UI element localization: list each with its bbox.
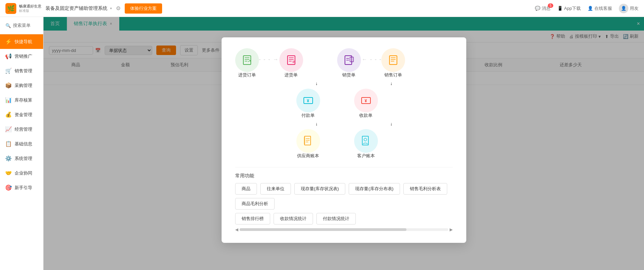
content-area: 首页 销售订单执行表 × × ❓ 帮助 🖨 按模板打印 bbox=[43, 17, 644, 270]
btn-inventory-status[interactable]: 现存量(库存状况表) bbox=[294, 183, 346, 195]
purchase-order-icon bbox=[241, 54, 253, 66]
purchase-slip-icon: ✓ bbox=[285, 54, 297, 66]
btn-inventory-distribution[interactable]: 现存量(库存分布表) bbox=[349, 183, 400, 195]
purchase-order-label: 进货订单 bbox=[238, 72, 256, 78]
top-bar-right: 💬 消息 5 📱 App下载 👤 在线客服 👤 用友 bbox=[535, 4, 639, 13]
sidebar-item-operations[interactable]: 📈 经营管理 bbox=[0, 122, 43, 137]
svg-rect-0 bbox=[243, 56, 251, 65]
modal-box: 进货订单 - - - → bbox=[222, 37, 466, 243]
sales-order-circle[interactable] bbox=[381, 48, 405, 72]
flow-col-purchase-slip: ✓ 进货单 bbox=[279, 48, 303, 78]
user-menu[interactable]: 👤 用友 bbox=[619, 4, 639, 13]
gear-icon[interactable]: ⚙ bbox=[116, 5, 121, 12]
purchase-icon: 📦 bbox=[5, 82, 12, 89]
svg-rect-14 bbox=[389, 56, 397, 65]
svg-rect-23 bbox=[304, 137, 305, 144]
payment-label: 付款单 bbox=[301, 112, 315, 119]
btn-partner[interactable]: 往来单位 bbox=[260, 183, 291, 195]
scroll-left-btn[interactable]: ◀ bbox=[235, 227, 238, 232]
newbie-icon: 🎯 bbox=[5, 184, 12, 191]
sidebar-item-collaboration[interactable]: 🤝 企业协同 bbox=[0, 166, 43, 180]
sidebar-item-purchase[interactable]: 📦 采购管理 bbox=[0, 78, 43, 93]
logo-area: 🌿 畅康通好生意 标准版 bbox=[5, 3, 43, 14]
svg-rect-22 bbox=[304, 136, 311, 145]
experience-btn[interactable]: 体验行业方案 bbox=[125, 3, 162, 14]
flow-row-3: 供应商账本 bbox=[235, 129, 453, 159]
customer-ledger-icon bbox=[360, 135, 372, 147]
sidebar-item-system[interactable]: ⚙️ 系统管理 bbox=[0, 151, 43, 166]
message-btn[interactable]: 💬 消息 5 bbox=[535, 5, 551, 12]
modal-scrollbar: ◀ ▶ bbox=[235, 224, 453, 232]
scroll-right-btn[interactable]: ▶ bbox=[450, 227, 453, 232]
flow-row-2: ¥ 付款单 ¥ bbox=[235, 89, 453, 119]
btn-disbursement-stats[interactable]: 付款情况统计 bbox=[316, 213, 356, 224]
supplier-ledger-circle[interactable] bbox=[296, 129, 320, 153]
receipt-circle[interactable]: ¥ bbox=[354, 89, 378, 112]
svg-point-28 bbox=[364, 138, 367, 141]
sidebar-item-marketing[interactable]: 📢 营销推广 bbox=[0, 49, 43, 64]
finance-icon: 💰 bbox=[5, 111, 12, 118]
flow-section: 进货订单 - - - → bbox=[235, 48, 453, 159]
service-icon: 👤 bbox=[588, 6, 593, 11]
common-functions-title: 常用功能 bbox=[235, 173, 453, 179]
flow-col-payment: ¥ 付款单 bbox=[296, 89, 320, 119]
flow-col-sales-order: 销售订单 bbox=[381, 48, 405, 78]
arrow-down-4: ↓ bbox=[371, 121, 412, 126]
sidebar-item-basic-info[interactable]: 📋 基础信息 bbox=[0, 137, 43, 151]
btn-product-profit-analysis[interactable]: 商品毛利分析 bbox=[235, 198, 275, 210]
arrow-2: - - - → bbox=[361, 56, 381, 62]
modal-overlay: 进货订单 - - - → bbox=[43, 17, 644, 270]
collab-icon: 🤝 bbox=[5, 170, 12, 176]
flow-col-customer-ledger: 客户账本 bbox=[354, 129, 378, 159]
sales-slip-icon bbox=[343, 54, 355, 66]
btn-sales-profit-analysis[interactable]: 销售毛利分析表 bbox=[403, 183, 447, 195]
sidebar-item-quick-nav[interactable]: ⚡ 快捷导航 bbox=[0, 34, 43, 49]
search-icon: 🔍 bbox=[5, 23, 11, 28]
search-menu-btn[interactable]: 🔍 搜索菜单 bbox=[3, 20, 40, 31]
common-functions-section: 常用功能 商品 往来单位 现存量(库存状况表) 现存量(库存分布表) 销售毛利分… bbox=[235, 167, 453, 224]
btn-payment-stats[interactable]: 收款情况统计 bbox=[274, 213, 313, 224]
payment-icon: ¥ bbox=[302, 95, 314, 106]
receipt-label: 收款单 bbox=[359, 112, 372, 119]
receipt-icon: ¥ bbox=[360, 95, 372, 106]
operations-icon: 📈 bbox=[5, 126, 12, 132]
arrow-1: - - - → bbox=[259, 56, 279, 62]
sales-order-icon bbox=[387, 54, 399, 66]
svg-text:¥: ¥ bbox=[365, 98, 367, 103]
supplier-ledger-label: 供应商账本 bbox=[297, 153, 319, 159]
purchase-slip-circle[interactable]: ✓ bbox=[279, 48, 303, 72]
sidebar-item-sales[interactable]: 🛒 销售管理 bbox=[0, 64, 43, 78]
flow-arrow-row-2: ↓ ↓ bbox=[235, 121, 453, 126]
app-download-btn[interactable]: 📱 App下载 bbox=[557, 5, 581, 12]
customer-ledger-circle[interactable] bbox=[354, 129, 378, 153]
arrow-down-2: ↓ bbox=[371, 81, 412, 86]
logo-text: 畅康通好生意 标准版 bbox=[19, 4, 41, 13]
sales-slip-label: 销货单 bbox=[342, 72, 355, 78]
sidebar-item-newbie[interactable]: 🎯 新手引导 bbox=[0, 180, 43, 195]
download-icon: 📱 bbox=[557, 6, 563, 11]
sidebar-item-inventory[interactable]: 📊 库存核算 bbox=[0, 93, 43, 107]
basic-info-icon: 📋 bbox=[5, 141, 12, 147]
dropdown-icon[interactable]: ▾ bbox=[110, 6, 112, 10]
btn-sales-ranking[interactable]: 销售排行榜 bbox=[235, 213, 270, 224]
payment-circle[interactable]: ¥ bbox=[296, 89, 320, 112]
inventory-icon: 📊 bbox=[5, 97, 12, 103]
sidebar-item-finance[interactable]: 💰 资金管理 bbox=[0, 107, 43, 122]
sales-slip-circle[interactable] bbox=[337, 48, 361, 72]
customer-ledger-label: 客户账本 bbox=[357, 153, 375, 159]
online-service-btn[interactable]: 👤 在线客服 bbox=[588, 5, 612, 12]
common-btns-row-1: 商品 往来单位 现存量(库存状况表) 现存量(库存分布表) 销售毛利分析表 商品… bbox=[235, 183, 453, 210]
btn-product[interactable]: 商品 bbox=[235, 183, 257, 195]
svg-text:✓: ✓ bbox=[293, 60, 295, 64]
scroll-track bbox=[240, 228, 448, 231]
flow-col-sales-slip: 销货单 bbox=[337, 48, 361, 78]
message-badge: 5 bbox=[548, 3, 553, 8]
app-container: 🌿 畅康通好生意 标准版 装备及固定资产辅助管理系统 ▾ ⚙ 体验行业方案 💬 … bbox=[0, 0, 644, 270]
app-title-area: 装备及固定资产辅助管理系统 ▾ ⚙ bbox=[46, 5, 121, 12]
purchase-order-circle[interactable] bbox=[235, 48, 259, 72]
flow-row-1: 进货订单 - - - → bbox=[235, 48, 453, 78]
arrow-down-1: ↓ bbox=[296, 81, 337, 86]
svg-text:¥: ¥ bbox=[307, 98, 309, 103]
scroll-thumb[interactable] bbox=[240, 228, 406, 231]
supplier-ledger-icon bbox=[302, 135, 314, 147]
